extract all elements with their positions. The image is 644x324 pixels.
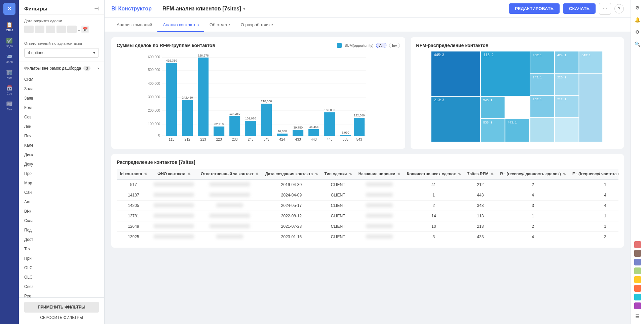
date-from-5[interactable] bbox=[67, 26, 77, 33]
bar-213[interactable] bbox=[198, 58, 209, 136]
bar-223[interactable] bbox=[214, 127, 224, 136]
color-swatch-brown[interactable] bbox=[634, 250, 641, 257]
nav-contacts[interactable]: Связ bbox=[19, 282, 104, 291]
date-calendar-icon[interactable]: 📅 bbox=[81, 26, 89, 33]
bar-212[interactable] bbox=[182, 100, 193, 136]
nav-docs[interactable]: Доку bbox=[19, 159, 104, 169]
nav-item-requests[interactable]: 📨Заяв bbox=[0, 50, 19, 66]
treemap-cell-extra3[interactable] bbox=[579, 74, 603, 142]
nav-olc2[interactable]: OLC bbox=[19, 273, 104, 282]
nav-feed[interactable]: Лен bbox=[19, 122, 104, 131]
bar-433[interactable] bbox=[293, 130, 303, 136]
date-from-4[interactable] bbox=[56, 26, 66, 33]
download-button[interactable]: СКАЧАТЬ bbox=[563, 3, 596, 14]
bar-233[interactable] bbox=[229, 116, 240, 136]
nav-pro[interactable]: Про bbox=[19, 169, 104, 178]
sidebar-collapse-button[interactable]: ⊣ bbox=[94, 5, 99, 12]
bar-535[interactable] bbox=[340, 135, 351, 136]
sort-rfm-icon[interactable]: ⇅ bbox=[491, 172, 493, 176]
tab-contacts[interactable]: Анализ контактов bbox=[157, 17, 204, 32]
help-button[interactable]: ? bbox=[614, 4, 624, 13]
bar-443[interactable] bbox=[308, 129, 319, 136]
tab-developer[interactable]: О разработчике bbox=[235, 17, 278, 32]
reset-filters-link[interactable]: СБРОСИТЬ ФИЛЬТРЫ bbox=[24, 315, 99, 320]
nav-subscriptions[interactable]: Под bbox=[19, 225, 104, 235]
legend-all-badge[interactable]: All bbox=[376, 43, 386, 48]
sort-funnel-icon[interactable]: ⇅ bbox=[397, 172, 400, 176]
bar-445[interactable] bbox=[324, 112, 335, 136]
bar-543[interactable] bbox=[354, 118, 365, 136]
nav-calendar[interactable]: Кале bbox=[19, 141, 104, 150]
legend-inv-badge[interactable]: Inv bbox=[389, 43, 400, 48]
nav-bi[interactable]: BI-к bbox=[19, 207, 104, 216]
color-swatch-yellow[interactable] bbox=[634, 276, 641, 283]
treemap-cell-113[interactable] bbox=[481, 51, 530, 96]
more-options-button[interactable]: ⋯ bbox=[599, 3, 611, 15]
treemap-cell-extra2[interactable] bbox=[555, 118, 579, 142]
nav-tech[interactable]: Тех bbox=[19, 244, 104, 254]
col-resp[interactable]: Ответственный за контакт ⇅ bbox=[197, 169, 262, 179]
nav-crm[interactable]: CRM bbox=[19, 75, 104, 84]
sort-r-icon[interactable]: ⇅ bbox=[563, 172, 566, 176]
bar-113[interactable] bbox=[166, 63, 177, 136]
tab-about[interactable]: Об отчете bbox=[204, 17, 235, 32]
nav-olc1[interactable]: OLC bbox=[19, 263, 104, 273]
col-date[interactable]: Дата создания контакта ⇅ bbox=[262, 169, 321, 179]
tab-companies[interactable]: Анализ компаний bbox=[111, 17, 157, 32]
treemap-cell-445[interactable] bbox=[431, 51, 480, 96]
nav-map[interactable]: Мар bbox=[19, 178, 104, 188]
color-swatch-purple[interactable] bbox=[634, 302, 641, 309]
col-type[interactable]: Тип сделки ⇅ bbox=[321, 169, 355, 179]
color-swatch-green[interactable] bbox=[634, 267, 641, 274]
nav-registry[interactable]: Рее bbox=[19, 291, 104, 297]
nav-requests[interactable]: Заяв bbox=[19, 94, 104, 103]
nav-kom[interactable]: Ком bbox=[19, 103, 104, 112]
report-title-chevron-icon[interactable]: ▾ bbox=[243, 6, 245, 11]
col-count[interactable]: Количество всех сделок ⇅ bbox=[404, 169, 464, 179]
sync-icon[interactable]: ⚙ bbox=[633, 27, 643, 37]
nav-sites[interactable]: Сай bbox=[19, 188, 104, 197]
col-rfm[interactable]: 7sites.RFM ⇅ bbox=[464, 169, 497, 179]
nav-delivery[interactable]: Дост bbox=[19, 235, 104, 244]
edit-button[interactable]: РЕДАКТИРОВАТЬ bbox=[509, 3, 560, 14]
date-from-2[interactable] bbox=[35, 26, 44, 33]
col-f[interactable]: F - (frequency/ частота сделок) ⇅ bbox=[569, 169, 618, 179]
date-from-1[interactable] bbox=[24, 26, 34, 33]
nav-item-meetings[interactable]: 📅Сов bbox=[0, 82, 19, 98]
bell-icon[interactable]: 🔔 bbox=[633, 15, 643, 25]
date-from-3[interactable] bbox=[46, 26, 55, 33]
search-icon[interactable]: 🔍 bbox=[633, 39, 643, 49]
sort-date-icon[interactable]: ⇅ bbox=[315, 172, 318, 176]
col-funnel[interactable]: Название воронки ⇅ bbox=[355, 169, 404, 179]
color-swatch-red[interactable] bbox=[634, 241, 641, 248]
nav-item-companies[interactable]: 🏢Ком bbox=[0, 66, 19, 82]
bar-243[interactable] bbox=[245, 121, 256, 136]
sort-type-icon[interactable]: ⇅ bbox=[349, 172, 352, 176]
nav-disk[interactable]: Диск bbox=[19, 150, 104, 159]
apply-filters-button[interactable]: ПРИМЕНИТЬ ФИЛЬТРЫ bbox=[24, 302, 99, 313]
nav-auto[interactable]: Авт bbox=[19, 197, 104, 207]
bar-343[interactable] bbox=[261, 104, 272, 136]
treemap-cell-213[interactable] bbox=[431, 97, 480, 142]
app-icon[interactable]: ✕ bbox=[3, 3, 15, 15]
treemap-cell-extra1[interactable] bbox=[530, 118, 554, 142]
color-swatch-orange[interactable] bbox=[634, 285, 641, 292]
nav-item-feed[interactable]: 📰Лен bbox=[0, 98, 19, 114]
nav-item-crm[interactable]: 📋CRM bbox=[0, 19, 19, 35]
nav-apps[interactable]: При bbox=[19, 254, 104, 263]
nav-mail[interactable]: Поч bbox=[19, 131, 104, 141]
sort-fio-icon[interactable]: ⇅ bbox=[188, 172, 190, 176]
menu-icon[interactable]: ☰ bbox=[633, 311, 643, 321]
sort-resp-icon[interactable]: ⇅ bbox=[256, 172, 258, 176]
nav-meetings[interactable]: Сов bbox=[19, 112, 104, 122]
bar-424[interactable] bbox=[277, 134, 288, 136]
col-fio[interactable]: ФИО контакта ⇅ bbox=[150, 169, 197, 179]
sort-count-icon[interactable]: ⇅ bbox=[458, 172, 461, 176]
col-r[interactable]: R - (recency/ давность сделок) ⇅ bbox=[497, 169, 569, 179]
nav-warehouse[interactable]: Скла bbox=[19, 216, 104, 225]
col-id[interactable]: Id контакта ⇅ bbox=[117, 169, 150, 179]
nav-tasks[interactable]: Зада bbox=[19, 84, 104, 94]
color-swatch-indigo[interactable] bbox=[634, 259, 641, 265]
responsible-dropdown[interactable]: 4 options ▾ bbox=[24, 48, 99, 58]
color-swatch-cyan[interactable] bbox=[634, 294, 641, 300]
